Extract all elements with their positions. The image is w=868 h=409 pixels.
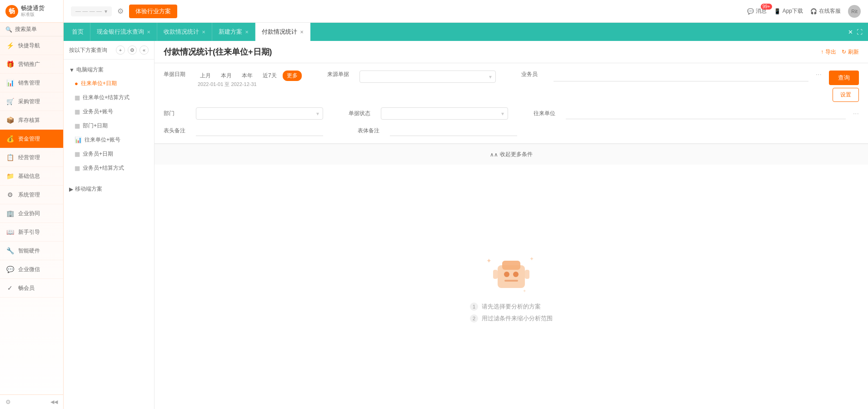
collapse-btn[interactable]: ∧∧ 收起更多条件 — [484, 148, 538, 161]
body-note-input[interactable] — [390, 125, 517, 136]
export-btn[interactable]: ↑ 导出 — [821, 48, 836, 56]
tab-new-scheme[interactable]: 新建方案 ✕ — [212, 23, 255, 41]
source-select[interactable]: ▾ — [359, 71, 496, 83]
left-panel: 按以下方案查询 + ⚙ « ▼ 电脑端方案 ● 往来单位+日期 ▦ — [64, 41, 155, 409]
inventory-icon: 📦 — [5, 116, 15, 125]
tab-home[interactable]: 首页 — [65, 23, 90, 41]
scheme-settings-btn[interactable]: ⚙ — [128, 45, 137, 55]
sidebar-item-marketing[interactable]: 🎁 营销推广 — [0, 55, 63, 74]
sidebar-item-label: 系统管理 — [18, 191, 40, 199]
add-scheme-btn[interactable]: + — [116, 45, 125, 55]
collapse-panel-btn[interactable]: « — [140, 45, 149, 55]
tab-cashflow[interactable]: 现金银行流水查询 ✕ — [90, 23, 157, 41]
marketing-icon: 🎁 — [5, 60, 15, 69]
messages-item[interactable]: 💬 消息 99+ — [747, 7, 767, 15]
sidebar-item-system[interactable]: ⚙ 系统管理 — [0, 186, 63, 204]
sidebar-menu: ⚡ 快捷导航 🎁 营销推广 📊 销售管理 🛒 采购管理 📦 库存核算 💰 资金管… — [0, 36, 63, 394]
sidebar-item-operations[interactable]: 📋 经营管理 — [0, 148, 63, 167]
online-service-item[interactable]: 🎧 在线客服 — [810, 7, 841, 15]
export-icon: ↑ — [821, 49, 823, 55]
address-dropdown-icon[interactable]: ▾ — [105, 8, 107, 15]
scheme-item-dept-date[interactable]: ▦ 部门+日期 — [64, 119, 154, 133]
tab-cashflow-close[interactable]: ✕ — [147, 30, 150, 35]
app-download-label: App下载 — [783, 7, 803, 15]
user-avatar[interactable]: Rit — [848, 5, 861, 18]
sidebar-item-hardware[interactable]: 🔧 智能硬件 — [0, 242, 63, 260]
scheme-query-label: 按以下方案查询 — [69, 46, 107, 54]
sidebar-logo: 畅 畅捷通货 标准版 — [0, 0, 63, 23]
scheme-icon: ▦ — [75, 108, 80, 115]
scheme-icon: ▦ — [75, 165, 80, 172]
logo-sub: 标准版 — [21, 11, 45, 18]
date-more[interactable]: 更多 — [283, 71, 302, 81]
doc-status-select[interactable]: ▾ — [381, 107, 508, 120]
tab-new-scheme-close[interactable]: ✕ — [245, 30, 249, 35]
date-this-month[interactable]: 本月 — [217, 71, 236, 81]
date-this-year[interactable]: 本年 — [238, 71, 257, 81]
counterpart-dots[interactable]: ··· — [853, 110, 859, 118]
sidebar-item-guide[interactable]: 📖 新手引导 — [0, 223, 63, 242]
sidebar-item-sales[interactable]: 📊 销售管理 — [0, 74, 63, 92]
search-label: 搜索菜单 — [15, 25, 37, 33]
main-area: — — — — ▾ ⚙ 体验行业方案 💬 消息 99+ 📱 App下载 🎧 在线… — [64, 0, 868, 409]
page-header: 付款情况统计(往来单位+日期) ↑ 导出 ↻ 刷新 — [155, 41, 868, 63]
date-last-month[interactable]: 上月 — [196, 71, 215, 81]
scheme-item-counterpart-account[interactable]: 📊 往来单位+账号 — [64, 133, 154, 147]
svg-text:✦: ✦ — [486, 257, 492, 264]
tab-bar: 首页 现金银行流水查询 ✕ 收款情况统计 ✕ 新建方案 ✕ 付款情况统计 ✕ ✕… — [64, 23, 868, 41]
counterpart-input[interactable] — [566, 108, 846, 119]
address-text: — — — — — [75, 8, 102, 15]
tab-cashflow-label: 现金银行流水查询 — [97, 28, 144, 36]
sidebar-item-inventory[interactable]: 📦 库存核算 — [0, 111, 63, 130]
sidebar-collapse-icon[interactable]: ◀◀ — [50, 399, 58, 405]
sidebar-search[interactable]: 🔍 搜索菜单 — [0, 23, 63, 36]
sidebar-item-label: 快捷导航 — [18, 42, 40, 50]
scheme-item-counterpart-settle[interactable]: ▦ 往来单位+结算方式 — [64, 91, 154, 105]
sidebar-item-label: 采购管理 — [18, 98, 40, 106]
scheme-item-counterpart-date[interactable]: ● 往来单位+日期 — [64, 76, 154, 91]
settings-icon[interactable]: ⚙ — [117, 7, 124, 15]
tab-payments[interactable]: 付款情况统计 ✕ — [255, 23, 310, 41]
date-7days[interactable]: 近7天 — [259, 71, 281, 81]
address-bar[interactable]: — — — — ▾ — [71, 6, 112, 16]
tab-expand-icon[interactable]: ⛶ — [857, 29, 863, 35]
scheme-icon: ▦ — [75, 122, 80, 129]
app-download-item[interactable]: 📱 App下载 — [774, 7, 803, 15]
tab-receipts[interactable]: 收款情况统计 ✕ — [157, 23, 212, 41]
query-btn[interactable]: 查询 — [829, 71, 859, 85]
sidebar-item-quicknav[interactable]: ⚡ 快捷导航 — [0, 36, 63, 55]
tab-payments-close[interactable]: ✕ — [300, 30, 304, 35]
trial-btn[interactable]: 体验行业方案 — [129, 5, 177, 18]
refresh-btn[interactable]: ↻ 刷新 — [842, 48, 859, 56]
scheme-item-salesperson-date[interactable]: ▦ 业务员+日期 — [64, 147, 154, 161]
sidebar-item-member[interactable]: ✓ 畅会员 — [0, 279, 63, 298]
online-service-label: 在线客服 — [819, 7, 841, 15]
mobile-section-title[interactable]: ▶ 移动端方案 — [64, 182, 154, 196]
search-icon: 🔍 — [5, 26, 12, 33]
scheme-item-salesperson-account[interactable]: ▦ 业务员+账号 — [64, 105, 154, 119]
sidebar-item-weixin[interactable]: 💬 企业微信 — [0, 260, 63, 279]
sidebar-item-label: 基础信息 — [18, 172, 40, 180]
messages-badge: 99+ — [761, 4, 772, 10]
purchase-icon: 🛒 — [5, 97, 15, 106]
salesperson-dots[interactable]: ··· — [816, 71, 822, 79]
body-note-label: 表体备注 — [358, 127, 383, 135]
sidebar-settings-icon[interactable]: ⚙ — [5, 399, 11, 405]
empty-illustration: ✦ ✦ ✦ — [484, 252, 539, 297]
tab-receipts-close[interactable]: ✕ — [202, 30, 205, 35]
tab-close-all-icon[interactable]: ✕ — [848, 29, 853, 35]
header-note-input[interactable] — [196, 125, 323, 136]
sidebar-item-label: 营销推广 — [18, 61, 40, 68]
sidebar-item-capital[interactable]: 💰 资金管理 — [0, 130, 63, 148]
sidebar-item-basic[interactable]: 📁 基础信息 — [0, 167, 63, 186]
sidebar-item-purchase[interactable]: 🛒 采购管理 — [0, 92, 63, 111]
salesperson-input[interactable] — [554, 71, 808, 81]
filter-settings-btn[interactable]: 设置 — [833, 88, 859, 102]
dept-select[interactable]: ▾ — [196, 107, 323, 120]
sidebar-item-enterprise[interactable]: 🏢 企业协同 — [0, 204, 63, 223]
desktop-section-title[interactable]: ▼ 电脑端方案 — [64, 63, 154, 76]
filter-row-3: 表头备注 表体备注 — [164, 125, 859, 136]
doc-status-select-arrow: ▾ — [501, 111, 504, 117]
left-panel-header: 按以下方案查询 + ⚙ « — [64, 41, 154, 60]
scheme-item-salesperson-settle[interactable]: ▦ 业务员+结算方式 — [64, 161, 154, 175]
